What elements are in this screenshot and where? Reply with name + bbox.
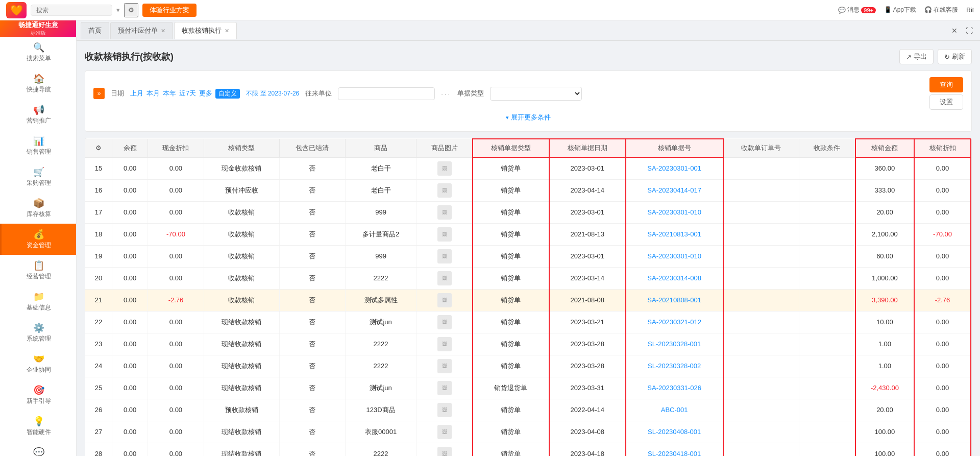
row-balance: 0.00: [112, 399, 148, 421]
verify-no-link[interactable]: SA-20230301-010: [647, 208, 701, 216]
verify-no-link[interactable]: ABC-001: [661, 406, 688, 414]
col-verify-discount: 核销折扣: [914, 139, 971, 157]
date-custom-badge[interactable]: 自定义: [215, 89, 240, 99]
verify-no-link[interactable]: SA-20230301-001: [647, 164, 701, 172]
close-window-btn[interactable]: ✕: [948, 26, 961, 36]
verify-no-link[interactable]: SA-20230331-026: [647, 384, 701, 392]
gear-button[interactable]: ⚙: [124, 3, 138, 17]
row-verify-no[interactable]: SL-20230408-001: [626, 421, 723, 443]
verify-no-link[interactable]: SA-20210813-001: [647, 230, 701, 238]
prepay-tab-close[interactable]: ✕: [161, 28, 165, 34]
verify-no-link[interactable]: SA-20230321-012: [647, 318, 701, 326]
sidebar-item-inventory[interactable]: 📦 库存核算: [0, 193, 76, 224]
sidebar-item-marketing[interactable]: 📢 营销推广: [0, 99, 76, 130]
row-verify-no[interactable]: SA-20210808-001: [626, 289, 723, 311]
verify-no-link[interactable]: SL-20230408-001: [648, 428, 701, 436]
folder-icon: 📁: [33, 291, 44, 302]
sidebar-label-hardware: 智能硬件: [27, 428, 51, 437]
collection-tab-label: 收款核销执行: [182, 26, 222, 35]
row-verify-doc-type: 销货单: [473, 355, 549, 377]
sidebar-item-system[interactable]: ⚙️ 系统管理: [0, 317, 76, 348]
verify-no-link[interactable]: SL-20230328-002: [648, 362, 701, 370]
sidebar-item-hardware[interactable]: 💡 智能硬件: [0, 411, 76, 442]
row-receipt-order-no: [723, 421, 799, 443]
row-verify-doc-type: 销货退货单: [473, 377, 549, 399]
table-row: 27 0.00 0.00 现结收款核销 否 衣服00001 🖼 销货单 2023…: [85, 421, 971, 443]
sidebar-item-search[interactable]: 🔍 搜索菜单: [0, 37, 76, 68]
tab-prepay[interactable]: 预付冲应付单 ✕: [110, 22, 173, 39]
sidebar-item-guide[interactable]: 🎯 新手引导: [0, 379, 76, 411]
verify-no-link[interactable]: SA-20230314-008: [647, 274, 701, 282]
verify-no-link[interactable]: SL-20230418-001: [648, 450, 701, 456]
table-row: 21 0.00 -2.76 收款核销 否 测试多属性 🖼 销货单 2021-08…: [85, 289, 971, 311]
expand-arrow-button[interactable]: »: [93, 88, 105, 99]
sidebar-item-wechat[interactable]: 💬 企业微信: [0, 442, 76, 456]
row-verify-no[interactable]: SA-20230314-008: [626, 267, 723, 289]
settings-button[interactable]: 设置: [929, 94, 963, 110]
maximize-btn[interactable]: ⛶: [963, 26, 976, 36]
online-service-link[interactable]: 🎧 在线客服: [924, 6, 958, 14]
row-verify-no[interactable]: SA-20230301-010: [626, 245, 723, 267]
row-cash-discount: 0.00: [148, 333, 204, 355]
product-image-cell: 🖼: [416, 245, 473, 267]
col-verify-type: 核销类型: [204, 139, 279, 157]
expand-more-btn[interactable]: ▾ 展开更多条件: [93, 110, 963, 125]
brand-edition: 标准版: [31, 30, 46, 37]
sidebar-item-purchase[interactable]: 🛒 采购管理: [0, 161, 76, 193]
megaphone-icon: 📢: [33, 104, 44, 115]
row-verify-no[interactable]: SA-20230301-010: [626, 201, 723, 223]
app-download-link[interactable]: 📱 App下载: [884, 6, 916, 14]
row-verify-no[interactable]: SL-20230418-001: [626, 443, 723, 456]
date-range-text: 不限 至 2023-07-26: [246, 89, 299, 98]
row-verify-discount: 0.00: [914, 179, 971, 201]
sidebar-item-sales[interactable]: 📊 销售管理: [0, 130, 76, 161]
page-content: 收款核销执行(按收款) ↗ 导出 ↻ 刷新 » 日期: [77, 41, 980, 456]
sidebar-item-basic[interactable]: 📁 基础信息: [0, 286, 76, 317]
date-this-year[interactable]: 本年: [163, 89, 176, 98]
collection-tab-close[interactable]: ✕: [225, 28, 229, 34]
query-button[interactable]: 查询: [929, 77, 963, 92]
verify-no-link[interactable]: SL-20230328-001: [648, 340, 701, 348]
row-verify-no[interactable]: SL-20230328-002: [626, 355, 723, 377]
sidebar-item-finance[interactable]: 💰 资金管理: [0, 224, 76, 255]
row-verify-no[interactable]: SA-20230414-017: [626, 179, 723, 201]
row-num: 25: [85, 377, 112, 399]
table-row: 16 0.00 0.00 预付冲应收 否 老白干 🖼 销货单 2023-04-1…: [85, 179, 971, 201]
date-last-month[interactable]: 上月: [130, 89, 143, 98]
box-icon: 📦: [33, 198, 44, 209]
export-button[interactable]: ↗ 导出: [899, 49, 934, 64]
row-balance: 0.00: [112, 223, 148, 245]
row-verify-no[interactable]: SA-20210813-001: [626, 223, 723, 245]
industry-btn[interactable]: 体验行业方案: [142, 4, 197, 17]
date-more[interactable]: 更多: [199, 89, 212, 98]
data-table: ⚙ 余额 现金折扣 核销类型 包含已结清 商品 商品图片 核销单据类型 核销单据…: [85, 138, 971, 456]
sidebar-label-guide: 新手引导: [27, 397, 51, 405]
sidebar-item-operation[interactable]: 📋 经营管理: [0, 255, 76, 286]
cart-icon: 🛒: [33, 166, 44, 178]
tab-collection[interactable]: 收款核销执行 ✕: [174, 22, 237, 39]
user-name[interactable]: Rit: [966, 7, 974, 14]
col-settings[interactable]: ⚙: [85, 139, 112, 157]
tab-home[interactable]: 首页: [81, 22, 109, 39]
top-search-input[interactable]: [31, 5, 112, 16]
date-7days[interactable]: 近7天: [179, 89, 196, 98]
sidebar-item-quick-nav[interactable]: 🏠 快捷导航: [0, 68, 76, 99]
message-link[interactable]: 💬 消息 99+: [838, 6, 876, 14]
row-verify-no[interactable]: SA-20230301-001: [626, 157, 723, 179]
sidebar-item-enterprise[interactable]: 🤝 企业协同: [0, 348, 76, 379]
date-this-month[interactable]: 本月: [146, 89, 160, 98]
row-verify-no[interactable]: SA-20230331-026: [626, 377, 723, 399]
sidebar-label-search: 搜索菜单: [27, 54, 51, 63]
row-receipt-condition: [799, 311, 855, 333]
row-verify-no[interactable]: SL-20230328-001: [626, 333, 723, 355]
col-cash-discount: 现金折扣: [148, 139, 204, 157]
counterparty-input[interactable]: [338, 87, 435, 100]
receipt-type-select[interactable]: [490, 87, 582, 101]
verify-no-link[interactable]: SA-20230414-017: [647, 186, 701, 194]
verify-no-link[interactable]: SA-20230301-010: [647, 252, 701, 260]
table-body: 15 0.00 0.00 现金收款核销 否 老白干 🖼 销货单 2023-03-…: [85, 157, 971, 456]
verify-no-link[interactable]: SA-20210808-001: [647, 296, 701, 304]
row-verify-no[interactable]: ABC-001: [626, 399, 723, 421]
row-verify-no[interactable]: SA-20230321-012: [626, 311, 723, 333]
refresh-button[interactable]: ↻ 刷新: [938, 49, 972, 64]
